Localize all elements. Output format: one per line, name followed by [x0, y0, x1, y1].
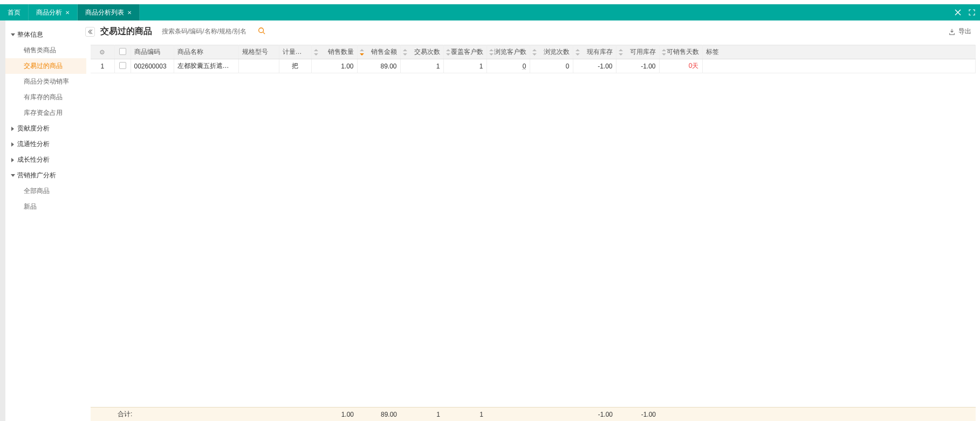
- tab-close-icon[interactable]: ✕: [65, 10, 70, 16]
- sidebar-group-label: 成长性分析: [17, 155, 50, 164]
- collapse-sidebar-button[interactable]: [85, 27, 95, 37]
- cell-code: 002600003: [131, 59, 174, 73]
- sort-icon: [489, 49, 494, 56]
- tab-label: 商品分析列表: [85, 8, 124, 17]
- page-header: 交易过的商品 导出: [86, 20, 980, 45]
- tab-商品分析[interactable]: 商品分析✕: [29, 4, 78, 20]
- cell-spec: [238, 59, 279, 73]
- chevron-right-icon: [11, 142, 15, 147]
- col-header-cust[interactable]: 覆盖客户数: [443, 45, 486, 59]
- col-header-label: 销售金额: [371, 48, 397, 56]
- tab-商品分析列表[interactable]: 商品分析列表✕: [78, 4, 140, 20]
- col-header-gear: ⚙: [91, 45, 114, 59]
- export-button[interactable]: 导出: [949, 27, 971, 36]
- col-header-label: 浏览次数: [544, 48, 570, 56]
- cell-bcnt: 0: [530, 59, 573, 73]
- tab-label: 首页: [8, 8, 20, 17]
- col-header-label: 计量单位: [283, 48, 309, 56]
- total-cell-sdays: [659, 408, 702, 422]
- total-cell-chk: 合计:: [114, 408, 131, 422]
- select-all-checkbox[interactable]: [119, 48, 126, 55]
- col-header-label: 现有库存: [587, 48, 613, 56]
- data-table: ⚙商品编码商品名称规格型号计量单位销售数量销售金额交易次数覆盖客户数浏览客户数浏…: [91, 45, 976, 59]
- cell-avail: -1.00: [616, 59, 659, 73]
- cell-tag: [702, 59, 976, 73]
- row-checkbox[interactable]: [119, 62, 126, 69]
- gear-icon[interactable]: ⚙: [99, 49, 105, 56]
- total-cell-amt: 89.00: [357, 408, 400, 422]
- cell-sdays: 0天: [659, 59, 702, 73]
- sidebar-group-label: 流通性分析: [17, 140, 50, 149]
- sidebar-item-销售类商品[interactable]: 销售类商品: [5, 43, 86, 58]
- col-header-bcust[interactable]: 浏览客户数: [486, 45, 530, 59]
- sidebar-item-交易过的商品[interactable]: 交易过的商品: [5, 58, 86, 74]
- cell-gear: 1: [91, 59, 114, 73]
- sidebar-group-流通性分析[interactable]: 流通性分析: [5, 136, 86, 152]
- sidebar-item-库存资金占用[interactable]: 库存资金占用: [5, 105, 86, 121]
- col-header-amt[interactable]: 销售金额: [357, 45, 400, 59]
- chevron-down-icon: [11, 33, 15, 37]
- sidebar-group-label: 营销推广分析: [17, 171, 56, 180]
- total-cell-name: [174, 408, 238, 422]
- close-icon[interactable]: [954, 9, 962, 16]
- col-header-code: 商品编码: [131, 45, 174, 59]
- chevron-down-icon: [11, 174, 15, 178]
- col-header-label: 商品编码: [134, 48, 160, 56]
- sort-icon: [619, 49, 623, 56]
- sidebar-group-label: 整体信息: [17, 30, 43, 39]
- cell-name: 左都胶囊五折遮阳伞防晒伞;: [174, 59, 238, 73]
- col-header-label: 可销售天数: [667, 48, 699, 56]
- table-header-row: ⚙商品编码商品名称规格型号计量单位销售数量销售金额交易次数覆盖客户数浏览客户数浏…: [91, 45, 976, 59]
- cell-bcust[interactable]: 0: [486, 59, 530, 73]
- search-icon[interactable]: [258, 27, 265, 36]
- sidebar: 整体信息销售类商品交易过的商品商品分类动销率有库存的商品库存资金占用贡献度分析流…: [5, 20, 86, 421]
- col-header-unit: 计量单位: [279, 45, 311, 59]
- sidebar-item-商品分类动销率[interactable]: 商品分类动销率: [5, 74, 86, 89]
- col-header-label: 浏览客户数: [494, 48, 526, 56]
- col-header-label: 可用库存: [630, 48, 656, 56]
- cell-amt: 89.00: [357, 59, 400, 73]
- search-input[interactable]: [162, 26, 253, 37]
- sort-icon: [532, 49, 537, 56]
- sidebar-group-成长性分析[interactable]: 成长性分析: [5, 152, 86, 168]
- cell-chk: [114, 59, 131, 73]
- sort-icon: [360, 49, 364, 56]
- tab-首页[interactable]: 首页: [0, 4, 29, 20]
- sidebar-group-贡献度分析[interactable]: 贡献度分析: [5, 121, 86, 136]
- col-header-avail[interactable]: 可用库存: [616, 45, 659, 59]
- sidebar-item-有库存的商品[interactable]: 有库存的商品: [5, 89, 86, 105]
- col-header-stock[interactable]: 现有库存: [573, 45, 616, 59]
- sort-icon: [662, 49, 666, 56]
- total-cell-avail: -1.00: [616, 408, 659, 422]
- sidebar-item-全部商品[interactable]: 全部商品: [5, 183, 86, 199]
- table-row[interactable]: 1002600003左都胶囊五折遮阳伞防晒伞;把1.0089.001100-1.…: [91, 59, 976, 73]
- col-header-txn[interactable]: 交易次数: [400, 45, 443, 59]
- total-cell-bcust: [486, 408, 530, 422]
- sidebar-group-营销推广分析[interactable]: 营销推广分析: [5, 168, 86, 183]
- left-gutter: [0, 20, 5, 421]
- col-header-label: 规格型号: [242, 48, 268, 56]
- sidebar-group-整体信息[interactable]: 整体信息: [5, 27, 86, 43]
- expand-icon[interactable]: [968, 9, 976, 16]
- col-header-qty[interactable]: 销售数量: [311, 45, 357, 59]
- sort-icon: [314, 49, 318, 56]
- total-cell-cust: 1: [443, 408, 486, 422]
- tab-close-icon[interactable]: ✕: [127, 10, 132, 16]
- col-header-tag: 标签: [702, 45, 976, 59]
- col-header-sdays[interactable]: 可销售天数: [659, 45, 702, 59]
- cell-cust: 1: [443, 59, 486, 73]
- total-cell-stock: -1.00: [573, 408, 616, 422]
- cell-qty: 1.00: [311, 59, 357, 73]
- cell-txn: 1: [400, 59, 443, 73]
- svg-point-0: [259, 28, 264, 33]
- total-cell-txn: 1: [400, 408, 443, 422]
- sidebar-item-新品[interactable]: 新品: [5, 199, 86, 215]
- total-cell-gear: [91, 408, 114, 422]
- col-header-bcnt[interactable]: 浏览次数: [530, 45, 573, 59]
- tabstrip-right-controls: [950, 4, 980, 20]
- total-cell-tag: [702, 408, 976, 422]
- col-header-label: 商品名称: [177, 48, 203, 56]
- total-cell-unit: [279, 408, 311, 422]
- tab-strip: 首页商品分析✕商品分析列表✕: [0, 4, 980, 20]
- chevron-right-icon: [11, 127, 15, 131]
